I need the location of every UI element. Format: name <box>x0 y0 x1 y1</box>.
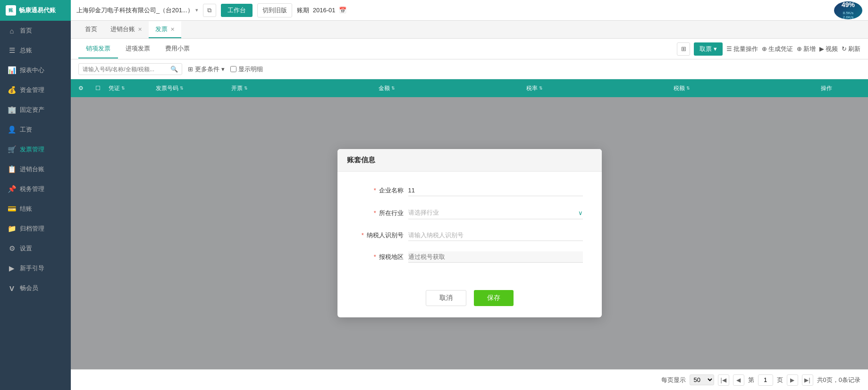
video-icon: ▶ <box>819 45 824 52</box>
tabs-bar: 首页 进销台账 ✕ 发票 ✕ <box>71 21 868 39</box>
save-button[interactable]: 保存 <box>474 290 514 306</box>
label-tax-region: * 报税地区 <box>356 253 408 261</box>
batch-ops-icon: ☰ <box>726 45 732 52</box>
sidebar-item-fixed-assets[interactable]: 🏢 固定资产 <box>0 100 71 120</box>
subtab-expense-receipt[interactable]: 费用小票 <box>158 40 197 58</box>
sidebar-item-tax-mgmt[interactable]: 📌 税务管理 <box>0 179 71 199</box>
sidebar-item-label: 总账 <box>20 46 32 55</box>
new-button[interactable]: ⊕ 新增 <box>797 45 816 53</box>
th-amount[interactable]: 金额 ⇅ <box>375 84 522 92</box>
settlement-icon: 💳 <box>8 205 16 213</box>
sidebar-item-fund-mgmt[interactable]: 💰 资金管理 <box>0 80 71 100</box>
sort-amount: ⇅ <box>391 86 395 91</box>
sidebar: 账 畅康通易代账 ⌂ 首页 ☰ 总账 📊 报表中心 💰 资金管理 🏢 固定资产 … <box>0 0 71 390</box>
tab-invoice[interactable]: 发票 ✕ <box>149 21 181 38</box>
sidebar-item-label: 工资 <box>20 125 32 134</box>
page-number-input[interactable] <box>758 374 773 386</box>
show-details-checkbox[interactable] <box>230 66 236 72</box>
sidebar-item-vip[interactable]: V 畅会员 <box>0 278 71 298</box>
pagination-last-button[interactable]: ▶| <box>802 374 813 386</box>
company-name: 上海卯金刀电子科技有限公司_（台201...） ▾ <box>76 6 198 15</box>
modal-overlay: 账套信息 * 企业名称 * 所在行 <box>71 97 868 369</box>
logo-text: 畅康通易代账 <box>19 6 56 15</box>
network-percent: 49% <box>842 1 855 8</box>
per-page-label: 每页显示 <box>661 376 686 384</box>
sidebar-item-label: 税务管理 <box>20 185 44 193</box>
tab-close-purchase-sale[interactable]: ✕ <box>138 26 142 33</box>
invoice-mgmt-icon: 🛒 <box>8 145 16 154</box>
sidebar-item-archive-mgmt[interactable]: 📁 归档管理 <box>0 219 71 239</box>
pagination-first-button[interactable]: |◀ <box>718 374 729 386</box>
search-box: 🔍 <box>78 63 182 75</box>
th-tax-rate[interactable]: 税率 ⇅ <box>522 84 670 92</box>
th-invoice-no[interactable]: 发票号码 ⇅ <box>152 84 228 92</box>
sidebar-item-purchase-sale[interactable]: 📋 进销台账 <box>0 159 71 179</box>
topbar: 上海卯金刀电子科技有限公司_（台201...） ▾ ⧉ 工作台 切到旧版 账期 … <box>71 0 868 21</box>
per-page-select[interactable]: 50 20 100 <box>690 374 714 385</box>
reports-icon: 📊 <box>8 66 16 75</box>
pagination-prev-button[interactable]: ◀ <box>733 374 744 386</box>
workbench-button[interactable]: 工作台 <box>221 4 253 17</box>
calendar-icon[interactable]: 📅 <box>339 7 346 14</box>
form-row-industry: * 所在行业 请选择行业 ∨ <box>356 207 583 219</box>
refresh-button[interactable]: ↻ 刷新 <box>842 45 860 53</box>
ledger-icon: ☰ <box>8 46 16 55</box>
grid-toggle-button[interactable]: ⊞ <box>677 42 690 56</box>
home-icon: ⌂ <box>8 27 16 35</box>
th-date[interactable]: 开票 ⇅ <box>228 84 375 92</box>
page-label: 第 <box>748 376 754 384</box>
pagination-next-button[interactable]: ▶ <box>787 374 798 386</box>
batch-ops-button[interactable]: ☰ 批量操作 <box>726 45 758 53</box>
input-tax-id[interactable] <box>408 230 583 241</box>
more-conditions-button[interactable]: ⊞ 更多条件 ▾ <box>188 65 225 74</box>
input-company-name[interactable] <box>408 185 583 196</box>
sidebar-item-settlement[interactable]: 💳 结账 <box>0 199 71 219</box>
sidebar-item-salary[interactable]: 👤 工资 <box>0 120 71 140</box>
guide-icon: ▶ <box>8 264 16 273</box>
company-dropdown-arrow[interactable]: ▾ <box>195 7 198 13</box>
cancel-button[interactable]: 取消 <box>426 290 466 306</box>
sort-invoice-no: ⇅ <box>180 86 184 91</box>
show-details-label[interactable]: 显示明细 <box>230 65 263 74</box>
sort-tax-amount: ⇅ <box>686 86 690 91</box>
sidebar-item-beginner-guide[interactable]: ▶ 新手引导 <box>0 258 71 278</box>
purchase-sale-icon: 📋 <box>8 165 16 174</box>
search-input[interactable] <box>83 66 168 73</box>
subtab-purchase-invoice[interactable]: 进项发票 <box>118 40 158 58</box>
gen-voucher-button[interactable]: ⊕ 生成凭证 <box>762 45 793 53</box>
filter-icon: ⊞ <box>188 66 193 73</box>
toolbar-right: ⊞ 取票 ▾ ☰ 批量操作 ⊕ 生成凭证 ⊕ 新增 ▶ 视频 ↻ <box>677 42 860 56</box>
fund-icon: 💰 <box>8 86 16 94</box>
tab-purchase-sale[interactable]: 进销台账 ✕ <box>104 21 149 38</box>
tab-close-invoice[interactable]: ✕ <box>170 26 175 33</box>
sidebar-item-invoice-mgmt[interactable]: 🛒 发票管理 <box>0 140 71 159</box>
salary-icon: 👤 <box>8 125 16 134</box>
sidebar-item-home[interactable]: ⌂ 首页 <box>0 21 71 41</box>
subtab-sales-invoice[interactable]: 销项发票 <box>78 40 118 58</box>
ticket-button[interactable]: 取票 ▾ <box>694 42 723 56</box>
th-checkbox[interactable]: ☐ <box>92 85 105 91</box>
th-tax-amount[interactable]: 税额 ⇅ <box>670 84 817 92</box>
tab-home[interactable]: 首页 <box>78 21 104 38</box>
new-icon: ⊕ <box>797 45 802 52</box>
sidebar-item-reports[interactable]: 📊 报表中心 <box>0 60 71 80</box>
dialog-footer: 取消 保存 <box>337 282 602 317</box>
sort-date: ⇅ <box>244 86 248 91</box>
search-icon[interactable]: 🔍 <box>170 66 178 73</box>
sidebar-item-general-ledger[interactable]: ☰ 总账 <box>0 41 71 60</box>
sidebar-item-label: 报表中心 <box>20 66 44 75</box>
dialog-body: * 企业名称 * 所在行业 请选择行业 ∨ <box>337 172 602 282</box>
copy-icon[interactable]: ⧉ <box>203 4 216 17</box>
ticket-dropdown-arrow[interactable]: ▾ <box>714 45 717 52</box>
sidebar-item-settings[interactable]: ⚙ 设置 <box>0 239 71 258</box>
th-voucher[interactable]: 凭证 ⇅ <box>105 84 152 92</box>
sidebar-item-label: 首页 <box>20 26 32 35</box>
vip-icon: V <box>8 284 16 292</box>
form-row-tax-id: * 纳税人识别号 <box>356 230 583 241</box>
th-settings: ⚙ <box>75 85 92 91</box>
select-industry[interactable]: 请选择行业 ∨ <box>408 207 583 219</box>
label-tax-id: * 纳税人识别号 <box>356 231 408 240</box>
old-version-button[interactable]: 切到旧版 <box>257 3 292 17</box>
logo-icon: 账 <box>6 5 16 16</box>
video-button[interactable]: ▶ 视频 <box>819 45 838 53</box>
